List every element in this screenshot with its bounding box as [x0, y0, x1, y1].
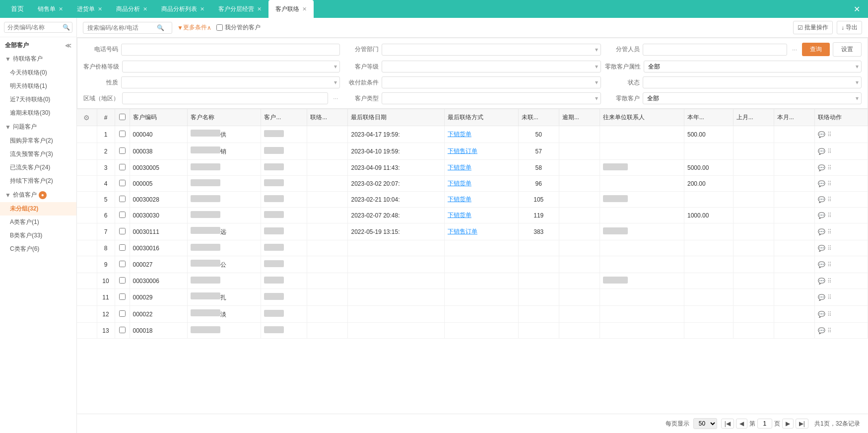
gender-select[interactable]	[121, 76, 340, 88]
grid-icon[interactable]: ⠿	[827, 180, 832, 187]
row-checkbox-cell[interactable]	[115, 143, 130, 160]
row-last-contact-method[interactable]	[444, 273, 518, 289]
row-checkbox[interactable]	[119, 131, 126, 137]
settings-col-header[interactable]: ⚙	[77, 109, 97, 126]
sidebar-item-declining[interactable]: 持续下滑客户(2)	[0, 174, 76, 188]
row-checkbox[interactable]	[119, 196, 126, 202]
sidebar-item-overdue-pending[interactable]: 逾期未联络(30)	[0, 106, 76, 120]
row-actions[interactable]: 💬⠿	[815, 208, 868, 223]
tab-close-product-analysis[interactable]: ✕	[143, 6, 147, 12]
grid-icon[interactable]: ⠿	[827, 148, 832, 155]
row-checkbox-cell[interactable]	[115, 192, 130, 208]
pending-group-title[interactable]: ▼ 待联络客户	[0, 52, 76, 66]
sidebar-item-class-c[interactable]: C类客户(6)	[0, 242, 76, 256]
row-last-contact-method[interactable]	[444, 289, 518, 306]
tab-close-purchase-order[interactable]: ✕	[98, 6, 102, 12]
row-checkbox[interactable]	[119, 228, 126, 234]
grid-icon[interactable]: ⠿	[827, 196, 832, 203]
row-checkbox[interactable]	[119, 180, 126, 186]
grid-icon[interactable]: ⠿	[827, 327, 832, 334]
staff-input[interactable]	[643, 44, 787, 56]
more-filters-btn[interactable]: ▼ 更多条件 ∧	[177, 23, 211, 32]
row-actions[interactable]: 💬⠿	[815, 273, 868, 289]
grid-icon[interactable]: ⠿	[827, 245, 832, 252]
grid-icon[interactable]: ⠿	[827, 131, 832, 138]
row-checkbox-cell[interactable]	[115, 240, 130, 256]
chat-icon[interactable]: 💬	[818, 196, 825, 203]
chat-icon[interactable]: 💬	[818, 148, 825, 155]
row-checkbox[interactable]	[119, 147, 126, 154]
sidebar-item-churn-warning[interactable]: 流失预警客户(3)	[0, 147, 76, 161]
customer-level-select[interactable]	[382, 61, 601, 72]
row-checkbox-cell[interactable]	[115, 126, 130, 143]
problem-group-title[interactable]: ▼ 问题客户	[0, 120, 76, 134]
grid-icon[interactable]: ⠿	[827, 212, 832, 219]
my-customers-checkbox[interactable]: 我分管的客户	[216, 23, 261, 32]
tab-sales-order[interactable]: 销售单 ✕	[31, 0, 70, 18]
row-last-contact-method[interactable]	[444, 306, 518, 323]
row-checkbox-cell[interactable]	[115, 273, 130, 289]
row-checkbox[interactable]	[119, 212, 126, 218]
row-checkbox-cell[interactable]	[115, 289, 130, 306]
row-actions[interactable]: 💬⠿	[815, 323, 868, 339]
my-customers-check[interactable]	[216, 24, 223, 31]
sidebar-item-abnormal[interactable]: 囤购异常客户(2)	[0, 134, 76, 147]
row-last-contact-method[interactable]: 下销售订单	[444, 223, 518, 240]
export-btn[interactable]: ↓ 导出	[837, 21, 862, 34]
tab-close-customer-contact[interactable]: ✕	[302, 6, 307, 12]
tab-bar-close[interactable]: ✕	[850, 4, 864, 14]
staff-dots[interactable]: ···	[792, 46, 797, 53]
row-checkbox-cell[interactable]	[115, 256, 130, 273]
grid-icon[interactable]: ⠿	[827, 261, 832, 268]
status-select[interactable]	[643, 76, 862, 88]
gear-icon[interactable]: ⚙	[83, 114, 90, 122]
chat-icon[interactable]: 💬	[818, 261, 825, 268]
sidebar-item-tomorrow-pending[interactable]: 明天待联络(1)	[0, 79, 76, 93]
grid-icon[interactable]: ⠿	[827, 278, 832, 285]
grid-icon[interactable]: ⠿	[827, 294, 832, 301]
row-checkbox-cell[interactable]	[115, 176, 130, 192]
grid-icon[interactable]: ⠿	[827, 228, 832, 235]
row-checkbox-cell[interactable]	[115, 306, 130, 323]
retail-attr-select[interactable]: 全部	[644, 61, 862, 72]
last-page-btn[interactable]: ▶|	[796, 419, 808, 429]
grid-icon[interactable]: ⠿	[827, 164, 832, 171]
row-checkbox[interactable]	[119, 277, 126, 284]
tab-product-analysis[interactable]: 商品分析 ✕	[109, 0, 154, 18]
dept-select[interactable]	[382, 44, 601, 56]
batch-btn[interactable]: ☑ 批量操作	[793, 21, 833, 34]
sidebar-item-today-pending[interactable]: 今天待联络(0)	[0, 66, 76, 79]
row-actions[interactable]: 💬⠿	[815, 306, 868, 323]
select-all-checkbox[interactable]	[119, 114, 126, 120]
sidebar-item-ungrouped[interactable]: 未分组(32)	[0, 202, 76, 216]
sidebar-item-class-b[interactable]: B类客户(33)	[0, 229, 76, 242]
row-actions[interactable]: 💬⠿	[815, 143, 868, 160]
tab-home[interactable]: 首页	[4, 4, 31, 13]
row-checkbox-cell[interactable]	[115, 208, 130, 223]
tab-customer-segment[interactable]: 客户分层经营 ✕	[211, 0, 268, 18]
row-last-contact-method[interactable]: 下销货单	[444, 192, 518, 208]
row-actions[interactable]: 💬⠿	[815, 289, 868, 306]
retail-customer-select[interactable]: 全部	[643, 92, 862, 104]
chat-icon[interactable]: 💬	[818, 311, 825, 318]
row-actions[interactable]: 💬⠿	[815, 223, 868, 240]
row-checkbox[interactable]	[119, 327, 126, 333]
tab-customer-contact[interactable]: 客户联络 ✕	[268, 0, 314, 18]
grid-icon[interactable]: ⠿	[827, 311, 832, 318]
row-checkbox-cell[interactable]	[115, 223, 130, 240]
row-last-contact-method[interactable]: 下销货单	[444, 160, 518, 176]
sidebar-collapse-icon[interactable]: ≪	[65, 42, 71, 49]
sidebar-item-churned[interactable]: 已流失客户(24)	[0, 161, 76, 174]
row-checkbox-cell[interactable]	[115, 160, 130, 176]
row-last-contact-method[interactable]	[444, 323, 518, 339]
tab-close-sales-order[interactable]: ✕	[59, 6, 63, 12]
search-input[interactable]	[87, 24, 157, 31]
row-last-contact-method[interactable]	[444, 256, 518, 273]
chat-icon[interactable]: 💬	[818, 294, 825, 301]
row-actions[interactable]: 💬⠿	[815, 240, 868, 256]
chat-icon[interactable]: 💬	[818, 278, 825, 285]
row-last-contact-method[interactable]: 下销货单	[444, 126, 518, 143]
value-group-title[interactable]: ▼ 价值客户 ●	[0, 188, 76, 202]
row-last-contact-method[interactable]: 下销货单	[444, 176, 518, 192]
row-checkbox[interactable]	[119, 244, 126, 251]
